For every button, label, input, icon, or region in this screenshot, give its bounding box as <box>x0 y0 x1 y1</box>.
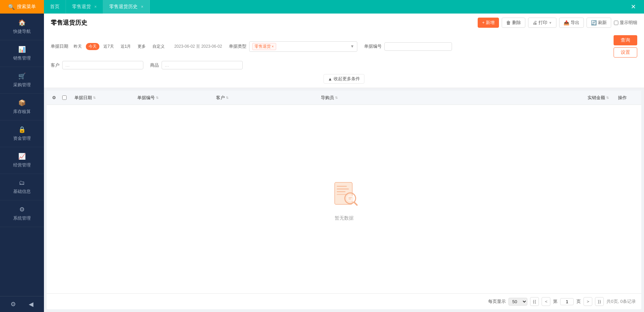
settings-button[interactable]: 设置 <box>614 47 637 58</box>
export-button[interactable]: 📤 导出 <box>559 18 584 28</box>
page-last-btn[interactable]: ⟩⟩ <box>595 297 604 306</box>
refresh-button[interactable]: 🔄 刷新 <box>587 18 611 28</box>
tab-retail-return[interactable]: 零售退货 × <box>66 0 103 14</box>
search-menu-label: 搜索菜单 <box>17 4 36 10</box>
collapse-button[interactable]: ▲ 收起更多条件 <box>324 74 364 84</box>
date-shortcut-custom[interactable]: 自定义 <box>150 43 167 50</box>
page-title: 零售退货历史 <box>51 19 87 27</box>
operations-icon: 📈 <box>18 153 26 160</box>
tab-home-label: 首页 <box>50 4 59 10</box>
page-next-btn[interactable]: ＞ <box>583 297 592 306</box>
th-checkbox[interactable] <box>62 95 74 100</box>
sidebar-item-quick-nav[interactable]: 🏠 快捷导航 <box>0 14 44 40</box>
tab-home[interactable]: 首页 <box>44 0 66 14</box>
th-amount-label: 实销金额 <box>588 95 605 101</box>
sidebar-label-system: 系统管理 <box>13 215 31 221</box>
tab-retail-return-label: 零售退货 <box>72 4 91 10</box>
system-icon: ⚙ <box>19 206 25 213</box>
content-area: 零售退货历史 + 新增 🗑 删除 🖨 打印 ▼ 📤 <box>44 14 644 312</box>
filter-row-2: 客户 … 商品 … <box>51 61 637 73</box>
th-customer[interactable]: 客户 ⇅ <box>216 95 321 101</box>
date-shortcut-yesterday[interactable]: 昨天 <box>71 43 85 50</box>
delete-icon: 🗑 <box>506 20 511 25</box>
window-close-btn[interactable]: ✕ <box>628 3 639 10</box>
th-amount-sort-icon: ⇅ <box>606 96 609 99</box>
display-detail-checkbox[interactable] <box>614 21 618 25</box>
table-area: ⚙ 单据日期 ⇅ 单据编号 ⇅ 客户 ⇅ 导购员 ⇅ <box>47 91 641 309</box>
sidebar-item-system[interactable]: ⚙ 系统管理 <box>0 200 44 227</box>
main-layout: 🏠 快捷导航 📊 销售管理 🛒 采购管理 📦 库存核算 🔒 资金管理 📈 经营管… <box>0 14 644 312</box>
delete-button[interactable]: 🗑 删除 <box>502 18 525 28</box>
th-guide[interactable]: 导购员 ⇅ <box>321 95 400 101</box>
bill-no-input[interactable] <box>384 42 452 51</box>
sidebar-bottom: ⚙ ◀ <box>0 296 44 312</box>
collapse-label: 收起更多条件 <box>334 76 360 82</box>
tab-retail-return-close[interactable]: × <box>94 4 97 9</box>
customer-input[interactable]: … <box>62 61 143 69</box>
collapse-row: ▲ 收起更多条件 <box>51 73 637 88</box>
th-billno[interactable]: 单据编号 ⇅ <box>137 95 216 101</box>
sidebar-label-basic-info: 基础信息 <box>13 188 31 195</box>
filter-goods: 商品 … <box>150 61 243 69</box>
th-settings[interactable]: ⚙ <box>52 95 62 100</box>
empty-icon <box>327 177 361 211</box>
sidebar-item-purchase[interactable]: 🛒 采购管理 <box>0 67 44 94</box>
th-amount[interactable]: 实销金额 ⇅ <box>556 95 609 101</box>
bill-type-tag-close[interactable]: × <box>272 45 274 48</box>
page-first-btn[interactable]: ⟨⟨ <box>530 297 539 306</box>
sidebar-item-operations[interactable]: 📈 经营管理 <box>0 147 44 174</box>
query-button[interactable]: 查询 <box>614 35 637 45</box>
sidebar-item-finance[interactable]: 🔒 资金管理 <box>0 120 44 147</box>
customer-label: 客户 <box>51 62 59 68</box>
svg-point-6 <box>347 195 354 202</box>
date-shortcut-more[interactable]: 更多 <box>135 43 148 50</box>
tab-retail-return-history[interactable]: 零售退货历史 × <box>103 0 150 14</box>
page-label: 第 <box>553 298 557 305</box>
search-menu-btn[interactable]: 🔍 搜索菜单 <box>0 0 44 14</box>
sidebar-item-inventory[interactable]: 📦 库存核算 <box>0 94 44 120</box>
page-prev-btn[interactable]: ＜ <box>542 297 550 306</box>
filter-customer: 客户 … <box>51 61 143 69</box>
svg-rect-3 <box>337 191 345 192</box>
svg-rect-9 <box>349 199 351 199</box>
th-date[interactable]: 单据日期 ⇅ <box>74 95 137 101</box>
date-shortcut-today[interactable]: 今天 <box>86 43 99 50</box>
top-bar-right: ✕ <box>628 3 644 10</box>
filter-date-range: 2023-06-02 至 2023-06-02 <box>174 44 222 49</box>
sidebar-item-basic-info[interactable]: 🗂 基础信息 <box>0 174 44 200</box>
print-button[interactable]: 🖨 打印 ▼ <box>528 18 556 28</box>
tab-retail-return-history-close[interactable]: × <box>141 4 143 9</box>
filter-date: 单据日期 昨天 今天 近7天 近1月 更多 自定义 <box>51 43 167 50</box>
add-button-label: + 新增 <box>482 20 495 26</box>
th-customer-sort-icon: ⇅ <box>226 96 229 99</box>
tab-bar: 首页 零售退货 × 零售退货历史 × <box>44 0 628 14</box>
per-page-select[interactable]: 50 100 <box>508 298 527 306</box>
purchase-icon: 🛒 <box>18 72 26 80</box>
filter-bill-no: 单据编号 <box>364 42 452 51</box>
inventory-icon: 📦 <box>18 99 26 107</box>
th-guide-sort-icon: ⇅ <box>335 96 338 99</box>
customer-dots: … <box>65 63 70 68</box>
goods-input[interactable]: … <box>162 61 243 69</box>
refresh-button-label: 刷新 <box>598 20 607 26</box>
display-detail-checkbox-label[interactable]: 显示明细 <box>614 20 637 26</box>
page-number-input[interactable] <box>560 298 574 305</box>
date-shortcut-1month[interactable]: 近1月 <box>118 43 134 50</box>
add-button[interactable]: + 新增 <box>478 18 499 28</box>
date-shortcut-7days[interactable]: 近7天 <box>101 43 117 50</box>
goods-label: 商品 <box>150 62 159 68</box>
toolbar: + 新增 🗑 删除 🖨 打印 ▼ 📤 导出 <box>478 18 637 28</box>
sidebar-volume-btn[interactable]: ◀ <box>29 300 33 308</box>
select-all-checkbox[interactable] <box>62 95 67 100</box>
sidebar-settings-btn[interactable]: ⚙ <box>10 300 16 308</box>
bill-type-label: 单据类型 <box>229 43 246 49</box>
bill-type-tag: 零售退货 × <box>252 43 276 50</box>
query-settings-col: 查询 设置 <box>614 35 637 58</box>
sidebar-item-sales[interactable]: 📊 销售管理 <box>0 40 44 67</box>
filter-area: 单据日期 昨天 今天 近7天 近1月 更多 自定义 2023-06-02 至 2… <box>51 31 637 88</box>
empty-text: 暂无数据 <box>335 215 354 221</box>
th-action-label: 操作 <box>618 95 627 101</box>
bill-type-select[interactable]: 零售退货 × ▼ <box>249 41 357 52</box>
quick-nav-icon: 🏠 <box>18 19 26 26</box>
th-guide-label: 导购员 <box>321 95 334 101</box>
